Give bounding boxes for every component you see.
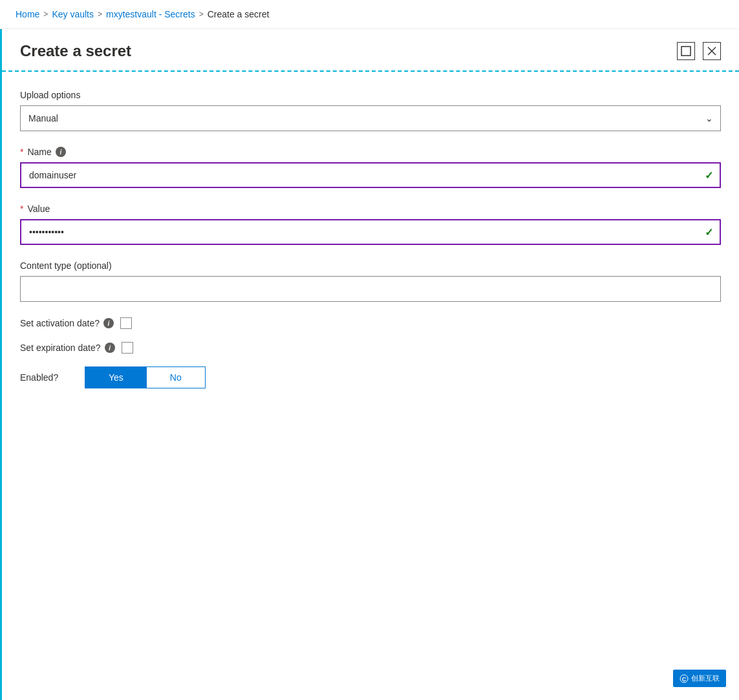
name-valid-icon: ✓ <box>705 169 713 182</box>
breadcrumb-current: Create a secret <box>208 9 270 19</box>
svg-text:C: C <box>682 676 687 683</box>
name-input[interactable] <box>20 162 721 188</box>
panel-header-actions <box>677 42 721 60</box>
breadcrumb-vault-secrets[interactable]: mxytestvault - Secrets <box>106 9 195 19</box>
enabled-row: Enabled? Yes No <box>20 366 721 388</box>
name-info-icon[interactable]: i <box>56 147 66 157</box>
name-label: * Name i <box>20 147 721 157</box>
watermark: C 创新互联 <box>673 670 726 687</box>
breadcrumb-sep-3: > <box>199 10 204 19</box>
no-button[interactable]: No <box>147 367 205 388</box>
name-required-star: * <box>20 147 23 157</box>
upload-options-select[interactable]: Manual Certificate Import <box>20 105 721 131</box>
panel-title: Create a secret <box>20 42 131 60</box>
upload-options-select-wrapper: Manual Certificate Import ⌄ <box>20 105 721 131</box>
value-group: * Value ✓ <box>20 204 721 245</box>
enabled-toggle-group: Yes No <box>85 366 206 388</box>
value-label: * Value <box>20 204 721 214</box>
name-group: * Name i ✓ <box>20 147 721 188</box>
expiration-date-row: Set expiration date? i <box>20 342 721 354</box>
breadcrumb-sep-2: > <box>98 10 102 19</box>
watermark-icon: C <box>680 674 689 683</box>
value-input-wrapper: ✓ <box>20 219 721 245</box>
close-icon <box>707 46 717 56</box>
expiration-info-icon[interactable]: i <box>105 343 115 353</box>
value-input[interactable] <box>20 219 721 245</box>
activation-info-icon[interactable]: i <box>103 318 114 328</box>
panel-body: Upload options Manual Certificate Import… <box>2 72 739 422</box>
maximize-icon <box>681 46 691 56</box>
breadcrumb-bar: Home > Key vaults > mxytestvault - Secre… <box>0 0 739 29</box>
content-type-group: Content type (optional) <box>20 260 721 302</box>
content-type-input[interactable] <box>20 276 721 302</box>
value-valid-icon: ✓ <box>705 226 713 239</box>
close-button[interactable] <box>703 42 721 60</box>
enabled-label: Enabled? <box>20 372 72 383</box>
value-required-star: * <box>20 204 23 214</box>
breadcrumb-home[interactable]: Home <box>16 9 39 19</box>
breadcrumb-key-vaults[interactable]: Key vaults <box>52 9 94 19</box>
activation-date-label: Set activation date? i <box>20 318 114 328</box>
expiration-date-checkbox[interactable] <box>122 342 133 354</box>
create-secret-panel: Create a secret Upload options <box>0 29 739 700</box>
breadcrumb-sep-1: > <box>43 10 48 19</box>
activation-date-row: Set activation date? i <box>20 317 721 329</box>
maximize-button[interactable] <box>677 42 695 60</box>
expiration-date-label: Set expiration date? i <box>20 343 115 353</box>
upload-options-group: Upload options Manual Certificate Import… <box>20 90 721 131</box>
svg-rect-0 <box>681 47 691 56</box>
upload-options-label: Upload options <box>20 90 721 100</box>
yes-button[interactable]: Yes <box>85 367 147 388</box>
content-type-label: Content type (optional) <box>20 260 721 271</box>
activation-date-checkbox[interactable] <box>120 317 132 329</box>
panel-header: Create a secret <box>2 29 739 72</box>
name-input-wrapper: ✓ <box>20 162 721 188</box>
